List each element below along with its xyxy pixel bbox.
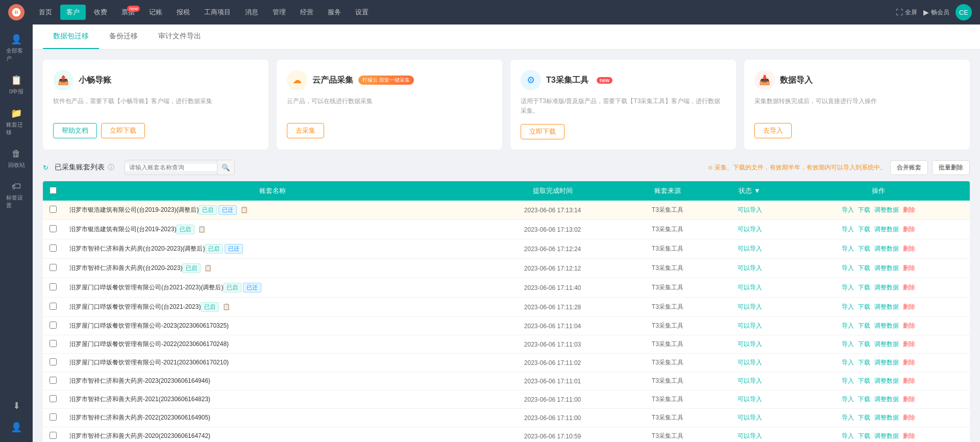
action-导入[interactable]: 导入 <box>842 396 854 403</box>
action-调整数据[interactable]: 调整数据 <box>874 245 899 252</box>
action-下载[interactable]: 下载 <box>858 432 870 439</box>
action-删除[interactable]: 删除 <box>903 206 915 213</box>
fullscreen-button[interactable]: ⛶ 全屏 <box>896 8 917 17</box>
action-调整数据[interactable]: 调整数据 <box>874 303 899 310</box>
cloud-collect-btn[interactable]: 去采集 <box>287 123 324 138</box>
row-checkbox[interactable] <box>50 206 57 213</box>
action-导入[interactable]: 导入 <box>842 284 854 291</box>
action-下载[interactable]: 下载 <box>858 206 870 213</box>
action-删除[interactable]: 删除 <box>903 245 915 252</box>
app-logo[interactable] <box>8 4 24 20</box>
action-删除[interactable]: 删除 <box>903 340 915 348</box>
row-checkbox[interactable] <box>50 432 57 439</box>
action-导入[interactable]: 导入 <box>842 322 854 329</box>
copy-icon[interactable]: 📋 <box>223 303 230 310</box>
xiaochang-download-btn[interactable]: 立即下载 <box>101 123 145 138</box>
action-删除[interactable]: 删除 <box>903 414 915 421</box>
search-button[interactable]: 🔍 <box>217 160 234 175</box>
sidebar-item-profile[interactable]: 👤 <box>2 416 31 438</box>
action-调整数据[interactable]: 调整数据 <box>874 264 899 272</box>
nav-manage[interactable]: 管理 <box>266 5 292 20</box>
row-checkbox[interactable] <box>50 264 57 271</box>
action-导入[interactable]: 导入 <box>842 206 854 213</box>
action-删除[interactable]: 删除 <box>903 264 915 272</box>
action-删除[interactable]: 删除 <box>903 432 915 439</box>
row-checkbox[interactable] <box>50 340 57 347</box>
action-下载[interactable]: 下载 <box>858 284 870 291</box>
action-删除[interactable]: 删除 <box>903 303 915 310</box>
t3-download-btn[interactable]: 立即下载 <box>521 124 565 139</box>
action-导入[interactable]: 导入 <box>842 340 854 348</box>
action-删除[interactable]: 删除 <box>903 284 915 291</box>
row-checkbox[interactable] <box>50 358 57 365</box>
action-调整数据[interactable]: 调整数据 <box>874 396 899 403</box>
action-下载[interactable]: 下载 <box>858 245 870 252</box>
action-调整数据[interactable]: 调整数据 <box>874 206 899 213</box>
nav-operation[interactable]: 经营 <box>294 5 320 20</box>
copy-icon[interactable]: 📋 <box>240 206 248 213</box>
sidebar-item-account-migration[interactable]: 📁 账套迁移 <box>2 103 31 141</box>
row-checkbox[interactable] <box>50 244 57 252</box>
user-avatar[interactable]: CE <box>955 4 972 20</box>
action-调整数据[interactable]: 调整数据 <box>874 340 899 348</box>
nav-tax[interactable]: 报税 <box>170 5 196 20</box>
copy-icon[interactable]: 📋 <box>198 226 206 233</box>
nav-business[interactable]: 工商项目 <box>198 5 237 20</box>
row-checkbox[interactable] <box>50 413 57 421</box>
action-下载[interactable]: 下载 <box>858 359 870 366</box>
action-删除[interactable]: 删除 <box>903 322 915 329</box>
nav-home[interactable]: 首页 <box>33 5 58 20</box>
action-调整数据[interactable]: 调整数据 <box>874 284 899 291</box>
action-调整数据[interactable]: 调整数据 <box>874 226 899 233</box>
action-下载[interactable]: 下载 <box>858 340 870 348</box>
row-checkbox[interactable] <box>50 395 57 402</box>
action-下载[interactable]: 下载 <box>858 377 870 384</box>
tab-audit-export[interactable]: 审计文件导出 <box>148 24 211 49</box>
tab-data-migration[interactable]: 数据包迁移 <box>43 24 99 49</box>
list-help-icon[interactable]: ⓘ <box>108 163 114 172</box>
nav-bookkeeping[interactable]: 记账 <box>143 5 168 20</box>
action-下载[interactable]: 下载 <box>858 264 870 272</box>
action-删除[interactable]: 删除 <box>903 359 915 366</box>
sidebar-item-tag-settings[interactable]: 🏷 标签设置 <box>2 176 31 214</box>
nav-service[interactable]: 服务 <box>322 5 347 20</box>
nav-invoice[interactable]: 票据 new <box>115 5 141 20</box>
action-调整数据[interactable]: 调整数据 <box>874 359 899 366</box>
row-checkbox[interactable] <box>50 225 57 232</box>
action-删除[interactable]: 删除 <box>903 226 915 233</box>
action-导入[interactable]: 导入 <box>842 245 854 252</box>
tab-backup-migration[interactable]: 备份迁移 <box>99 24 148 49</box>
action-下载[interactable]: 下载 <box>858 303 870 310</box>
action-调整数据[interactable]: 调整数据 <box>874 377 899 384</box>
nav-customer[interactable]: 客户 <box>60 5 86 20</box>
action-下载[interactable]: 下载 <box>858 396 870 403</box>
action-导入[interactable]: 导入 <box>842 359 854 366</box>
sidebar-item-download[interactable]: ⬇ <box>2 395 31 416</box>
sidebar-item-all-customers[interactable]: 👤 全部客户 <box>2 29 31 67</box>
row-checkbox[interactable] <box>50 283 57 290</box>
action-下载[interactable]: 下载 <box>858 226 870 233</box>
action-导入[interactable]: 导入 <box>842 414 854 421</box>
row-checkbox[interactable] <box>50 322 57 329</box>
action-导入[interactable]: 导入 <box>842 226 854 233</box>
search-input[interactable] <box>125 164 217 171</box>
action-删除[interactable]: 删除 <box>903 396 915 403</box>
row-checkbox[interactable] <box>50 377 57 384</box>
merge-account-btn[interactable]: 合并账套 <box>890 160 928 175</box>
action-下载[interactable]: 下载 <box>858 414 870 421</box>
action-导入[interactable]: 导入 <box>842 264 854 272</box>
import-go-btn[interactable]: 去导入 <box>754 123 792 138</box>
col-status[interactable]: 状态 ▼ <box>712 181 787 201</box>
action-删除[interactable]: 删除 <box>903 377 915 384</box>
nav-settings[interactable]: 设置 <box>349 5 375 20</box>
sidebar-item-zero-declaration[interactable]: 📋 0申报 <box>2 69 31 101</box>
nav-message[interactable]: 消息 <box>239 5 264 20</box>
action-导入[interactable]: 导入 <box>842 377 854 384</box>
copy-icon[interactable]: 📋 <box>204 264 212 272</box>
list-refresh-icon[interactable]: ↻ <box>43 164 48 171</box>
action-调整数据[interactable]: 调整数据 <box>874 414 899 421</box>
action-调整数据[interactable]: 调整数据 <box>874 432 899 439</box>
nav-fee[interactable]: 收费 <box>88 5 113 20</box>
sidebar-item-recycle-bin[interactable]: 🗑 回收站 <box>2 143 31 174</box>
action-下载[interactable]: 下载 <box>858 322 870 329</box>
